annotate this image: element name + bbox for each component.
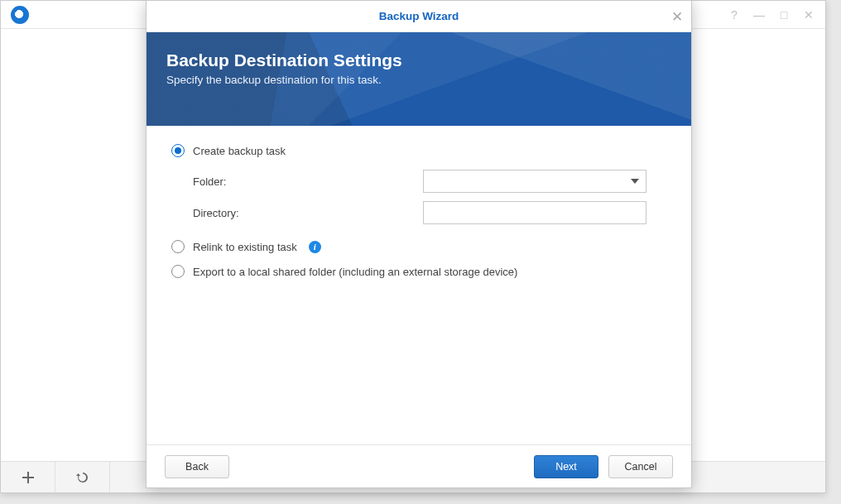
folder-field-row: Folder:	[193, 169, 666, 194]
close-icon[interactable]: ✕	[802, 8, 815, 22]
maximize-icon[interactable]: □	[777, 8, 791, 22]
add-button[interactable]	[1, 462, 55, 492]
radio-export-icon[interactable]	[171, 265, 185, 278]
minimize-icon[interactable]: —	[752, 8, 766, 22]
history-icon	[75, 470, 90, 485]
create-backup-fields: Folder: Directory:	[193, 169, 666, 225]
option-export[interactable]: Export to a local shared folder (includi…	[171, 265, 666, 278]
folder-label: Folder:	[193, 175, 423, 188]
option-relink[interactable]: Relink to existing task i	[171, 240, 666, 253]
dialog-content: Create backup task Folder: Directory: Re…	[147, 126, 691, 444]
dialog-footer: Back Next Cancel	[147, 444, 691, 487]
option-export-label: Export to a local shared folder (includi…	[193, 266, 517, 278]
backup-wizard-dialog: Backup Wizard ✕ Backup Destination Setti…	[146, 0, 692, 488]
directory-label: Directory:	[193, 207, 423, 219]
history-button[interactable]	[55, 462, 110, 492]
radio-relink-icon[interactable]	[171, 240, 185, 253]
banner-heading: Backup Destination Settings	[166, 50, 671, 70]
folder-select[interactable]	[423, 170, 646, 193]
dialog-title: Backup Wizard	[379, 10, 459, 22]
directory-input[interactable]	[423, 201, 646, 224]
info-icon[interactable]: i	[309, 241, 321, 253]
chevron-down-icon	[631, 179, 639, 184]
option-relink-label: Relink to existing task	[193, 241, 297, 253]
app-logo-icon	[11, 6, 29, 24]
dialog-close-icon[interactable]: ✕	[671, 7, 683, 25]
radio-create-icon[interactable]	[171, 144, 185, 157]
help-icon[interactable]: ?	[728, 8, 741, 22]
option-create-label: Create backup task	[193, 145, 286, 157]
next-button[interactable]: Next	[534, 455, 598, 478]
banner-subtitle: Specify the backup destination for this …	[166, 74, 671, 86]
dialog-titlebar: Backup Wizard ✕	[147, 1, 691, 32]
dialog-banner: Backup Destination Settings Specify the …	[147, 32, 691, 126]
cancel-button[interactable]: Cancel	[608, 455, 673, 478]
directory-field-row: Directory:	[193, 200, 666, 225]
app-window-controls: ? — □ ✕	[728, 8, 819, 22]
option-create-backup[interactable]: Create backup task	[171, 144, 666, 157]
back-button[interactable]: Back	[165, 455, 229, 478]
plus-icon	[21, 470, 36, 485]
